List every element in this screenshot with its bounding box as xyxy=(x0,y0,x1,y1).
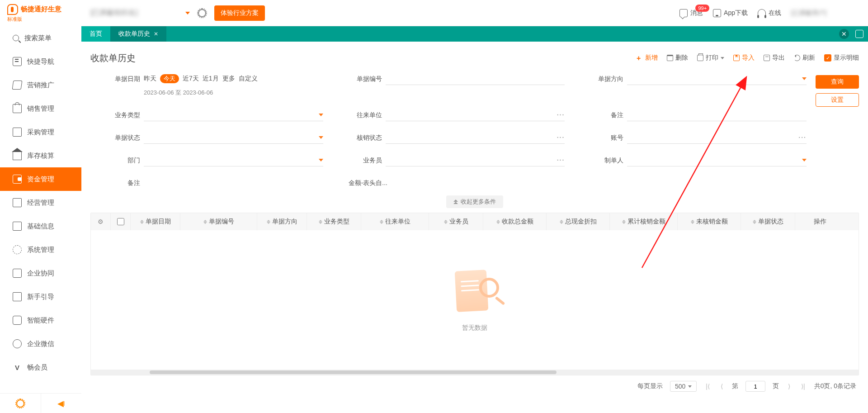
sidebar-item-10[interactable]: 企业协同 xyxy=(0,261,81,285)
settings-icon[interactable] xyxy=(198,9,206,17)
column-header[interactable]: 业务类型 xyxy=(307,213,361,230)
sort-icon xyxy=(380,220,383,224)
show-detail-toggle[interactable]: ✓显示明细 xyxy=(824,54,859,62)
sidebar-settings-button[interactable] xyxy=(0,394,41,413)
tab-receipt-history[interactable]: 收款单历史 ✕ xyxy=(110,26,166,42)
sidebar-collapse-button[interactable]: ◀| xyxy=(41,394,82,413)
field-creator[interactable]: 制单人 xyxy=(590,156,807,166)
add-button[interactable]: 新增 xyxy=(637,54,658,62)
sidebar-item-2[interactable]: 营销推广 xyxy=(0,73,81,97)
page-title: 收款单历史 xyxy=(90,52,136,64)
column-header[interactable]: 业务员 xyxy=(429,213,483,230)
column-header[interactable]: 收款总金额 xyxy=(483,213,547,230)
label-dept: 部门 xyxy=(107,156,140,165)
field-doc-no[interactable]: 单据编号 xyxy=(349,74,565,99)
message-icon xyxy=(679,9,688,17)
column-header[interactable]: 单据日期 xyxy=(131,213,180,230)
field-remark2[interactable]: 备注 xyxy=(107,178,323,189)
export-icon xyxy=(764,55,770,61)
messages-link[interactable]: 消息 99+ xyxy=(679,9,703,17)
column-header[interactable]: 单据方向 xyxy=(257,213,307,230)
tab-active-label: 收款单历史 xyxy=(118,30,150,38)
sidebar-item-3[interactable]: 销售管理 xyxy=(0,97,81,120)
date-opt-today[interactable]: 今天 xyxy=(160,74,179,83)
pagination-summary: 共0页, 0条记录 xyxy=(814,382,856,390)
field-biz-type[interactable]: 业务类型 xyxy=(107,110,323,121)
more-icon: ··· xyxy=(557,157,565,164)
add-label: 新增 xyxy=(645,54,658,62)
field-doc-status[interactable]: 单据状态 xyxy=(107,133,323,144)
tabs-close-all-icon[interactable]: ✕ xyxy=(839,29,849,39)
sidebar-item-13[interactable]: 企业微信 xyxy=(0,332,81,356)
toolbar: 新增 删除 打印 导入 导出 刷新 ✓显示明细 xyxy=(637,54,859,62)
online-status[interactable]: 在线 xyxy=(758,9,781,17)
sidebar-item-7[interactable]: 经营管理 xyxy=(0,191,81,214)
print-button[interactable]: 打印 xyxy=(697,54,724,62)
select-all-checkbox[interactable] xyxy=(111,213,131,230)
field-partner[interactable]: 往来单位··· xyxy=(349,110,565,121)
label-custom-amount: 金额-表头自... xyxy=(349,178,387,187)
column-header[interactable]: 累计核销金额 xyxy=(610,213,678,230)
try-industry-button[interactable]: 体验行业方案 xyxy=(214,5,265,21)
delete-button[interactable]: 删除 xyxy=(667,54,688,62)
sidebar-item-0[interactable]: 搜索菜单 xyxy=(0,26,81,50)
column-header[interactable]: 单据编号 xyxy=(180,213,257,230)
trash-icon xyxy=(667,55,673,61)
sidebar-item-5[interactable]: 库存核算 xyxy=(0,144,81,167)
page-input[interactable] xyxy=(745,381,765,392)
sidebar-item-9[interactable]: 系统管理 xyxy=(0,238,81,261)
next-page-button[interactable]: ⟩ xyxy=(786,383,792,390)
field-verify-status[interactable]: 核销状态··· xyxy=(349,133,565,144)
tabs-fullscreen-icon[interactable] xyxy=(855,30,863,38)
date-opt-7d[interactable]: 近7天 xyxy=(183,75,199,83)
first-page-button[interactable]: |⟨ xyxy=(704,383,712,390)
date-opt-more[interactable]: 更多 xyxy=(222,75,235,83)
sidebar-item-4[interactable]: 采购管理 xyxy=(0,120,81,144)
date-opt-1m[interactable]: 近1月 xyxy=(203,75,219,83)
query-button[interactable]: 查询 xyxy=(816,75,859,89)
field-salesman[interactable]: 业务员··· xyxy=(349,156,565,166)
field-account[interactable]: 账号··· xyxy=(590,133,807,144)
per-page-select[interactable]: 500 xyxy=(670,381,697,392)
sidebar-item-12[interactable]: 智能硬件 xyxy=(0,309,81,332)
sidebar-item-8[interactable]: 基础信息 xyxy=(0,214,81,238)
field-custom-amount[interactable]: 金额-表头自... xyxy=(349,178,565,189)
tab-close-icon[interactable]: ✕ xyxy=(154,31,158,37)
date-opt-custom[interactable]: 自定义 xyxy=(239,75,258,83)
collapse-filters-button[interactable]: 收起更多条件 xyxy=(446,195,503,208)
sidebar-item-11[interactable]: 新手引导 xyxy=(0,285,81,309)
column-header[interactable]: 往来单位 xyxy=(361,213,429,230)
field-dept[interactable]: 部门 xyxy=(107,156,323,166)
sidebar-item-1[interactable]: 快捷导航 xyxy=(0,50,81,73)
sort-icon xyxy=(319,220,322,224)
column-header[interactable]: 未核销金额 xyxy=(678,213,741,230)
tab-home[interactable]: 首页 xyxy=(81,26,110,42)
export-button[interactable]: 导出 xyxy=(764,54,785,62)
sidebar-item-label: 库存核算 xyxy=(27,152,54,160)
last-page-button[interactable]: ⟩| xyxy=(799,383,807,390)
org-name: [已屏蔽组织名] xyxy=(90,8,181,18)
import-button[interactable]: 导入 xyxy=(733,54,755,62)
date-opt-yesterday[interactable]: 昨天 xyxy=(144,75,156,83)
org-select[interactable]: [已屏蔽组织名] xyxy=(90,8,190,18)
column-config-button[interactable]: ⚙ xyxy=(91,213,111,230)
column-header[interactable]: 操作 xyxy=(795,213,845,230)
pagination: 每页显示 500 |⟨ ⟨ 第 页 ⟩ ⟩| 共0页, 0条记录 xyxy=(90,375,859,397)
app-download-link[interactable]: App下载 xyxy=(713,9,748,17)
phone-icon xyxy=(713,9,721,17)
column-header[interactable]: 总现金折扣 xyxy=(547,213,610,230)
user-menu[interactable]: [已屏蔽用户] xyxy=(791,9,859,17)
sidebar-icon xyxy=(13,57,22,66)
sidebar-item-6[interactable]: 资金管理 xyxy=(0,167,81,191)
field-direction[interactable]: 单据方向 xyxy=(590,74,807,99)
refresh-button[interactable]: 刷新 xyxy=(794,54,815,62)
field-remark[interactable]: 备注 xyxy=(590,110,807,121)
horizontal-scrollbar[interactable] xyxy=(91,370,859,375)
prev-page-button[interactable]: ⟨ xyxy=(719,383,725,390)
sidebar-icon xyxy=(13,128,22,137)
sidebar-item-14[interactable]: V畅会员 xyxy=(0,356,81,379)
sidebar-icon xyxy=(13,198,22,207)
refresh-icon xyxy=(794,55,800,61)
settings-button[interactable]: 设置 xyxy=(816,93,859,107)
column-header[interactable]: 单据状态 xyxy=(741,213,795,230)
